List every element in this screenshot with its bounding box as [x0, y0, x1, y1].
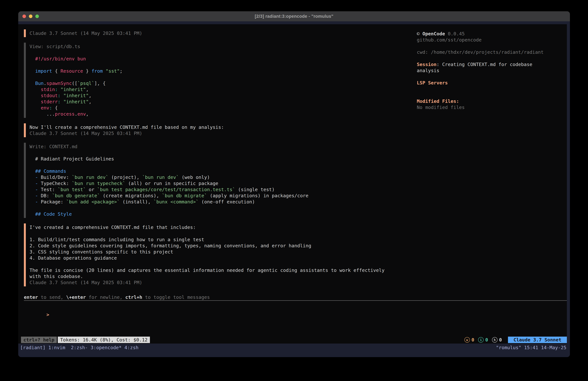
help-shortcut-badge: ctrl+? help — [21, 336, 57, 343]
prompt-symbol: > — [46, 312, 49, 317]
warnings-count: 0 — [471, 337, 474, 343]
close-button[interactable] — [22, 15, 26, 18]
prompt-row[interactable]: > — [24, 305, 49, 312]
tokens-cost-badge: Tokens: 16.4K (8%), Cost: $0.12 — [58, 336, 150, 343]
text-line: cwd: /home/thdxr/dev/projects/radiant/ra… — [417, 49, 544, 55]
text-line: Modified Files: — [417, 98, 544, 104]
text-line: - Build/Dev: `bun run dev` (project), `b… — [30, 174, 567, 180]
text-line — [30, 150, 567, 156]
info-count: 0 — [485, 337, 488, 343]
text-line — [417, 43, 544, 49]
tmux-status-bar: [radiant] 1:nvim 2:zsh- 3:opencode* 4:zs… — [18, 344, 570, 351]
model-badge: Claude 3.7 Sonnet — [508, 336, 567, 343]
text-line: Claude 3.7 Sonnet (14 May 2025 03:41 PM) — [30, 130, 567, 136]
diagnostic-info: i0 — [478, 337, 488, 343]
diagnostic-hints: h0 — [492, 337, 502, 343]
tmux-host-clock: "romulus" 15:41 14-May-25 — [496, 344, 567, 351]
text-line: ## Commands — [30, 168, 567, 174]
help-line: enter to send, \+enter for newline, ctrl… — [24, 294, 210, 300]
terminal-background: Claude 3.7 Sonnet (14 May 2025 03:41 PM)… — [18, 21, 570, 357]
text-line: Session: Creating CONTEXT.md for codebas… — [417, 61, 544, 67]
text-line: analysis — [417, 67, 544, 74]
text-line — [30, 230, 567, 237]
text-line: No modified files — [417, 104, 544, 111]
text-line: github.com/sst/opencode — [417, 37, 544, 43]
prompt-input[interactable] — [46, 318, 49, 324]
text-line: © OpenCode 0.0.45 — [417, 31, 544, 37]
assistant-message: I've created a comprehensive CONTEXT.md … — [24, 224, 567, 286]
text-line — [417, 92, 544, 98]
text-line: enter to send, \+enter for newline, ctrl… — [24, 294, 210, 300]
diagnostic-warnings: w0 — [464, 337, 474, 343]
hints-count: 0 — [499, 337, 502, 343]
text-line: - Test: `bun test` or `bun test packages… — [30, 186, 567, 193]
text-line: Now I'll create a comprehensive CONTEXT.… — [30, 124, 567, 130]
text-line: LSP Servers — [417, 80, 544, 86]
text-line — [417, 55, 544, 61]
hints-icon: h — [492, 337, 498, 343]
info-icon: i — [478, 337, 483, 343]
text-line: ## Code Style — [30, 211, 567, 217]
text-line: 1. Build/lint/test commands including ho… — [30, 237, 567, 243]
text-line — [30, 261, 567, 267]
text-line: 2. Code style guidelines covering import… — [30, 243, 567, 249]
window-title: [2/3] radiant:3:opencode - "romulus" — [255, 14, 334, 19]
diagnostics: w0i0h0 — [464, 337, 506, 343]
zoom-button[interactable] — [35, 15, 39, 18]
status-bar: ctrl+? help Tokens: 16.4K (8%), Cost: $0… — [21, 336, 567, 343]
text-line — [417, 74, 544, 80]
text-line: 3. CSS styling conventions specific to t… — [30, 249, 567, 255]
terminal-window: [2/3] radiant:3:opencode - "romulus" Cla… — [18, 11, 570, 357]
sidebar: © OpenCode 0.0.45github.com/sst/opencode… — [417, 31, 544, 111]
text-line: The file is concise (20 lines) and captu… — [30, 267, 567, 273]
text-line — [30, 162, 567, 168]
window-titlebar: [2/3] radiant:3:opencode - "romulus" — [18, 11, 570, 22]
text-line — [30, 205, 567, 211]
text-line: 4. Database operations guidance — [30, 255, 567, 261]
text-line: Claude 3.7 Sonnet (14 May 2025 03:41 PM) — [30, 279, 567, 286]
warnings-icon: w — [464, 337, 470, 343]
input-separator — [24, 300, 567, 301]
text-line: - TypeCheck: `bun run typecheck` (all) o… — [30, 180, 567, 186]
text-line — [417, 86, 544, 92]
text-line: Write: CONTEXT.md — [30, 143, 567, 150]
minimize-button[interactable] — [29, 15, 32, 18]
assistant-message: Now I'll create a comprehensive CONTEXT.… — [24, 123, 567, 137]
text-line: ...process.env, — [30, 111, 567, 117]
tmux-session-windows: [radiant] 1:nvim 2:zsh- 3:opencode* 4:zs… — [20, 344, 138, 351]
text-line: - Package: `bun add <package>` (install)… — [30, 199, 567, 205]
opencode-tui: Claude 3.7 Sonnet (14 May 2025 03:41 PM)… — [18, 24, 567, 344]
text-line: with this codebase. — [30, 273, 567, 279]
desktop: { "colors": { "accent": "#f3a57f", "mute… — [0, 0, 588, 381]
traffic-lights — [22, 11, 39, 21]
tool-message: Write: CONTEXT.md # Radiant Project Guid… — [24, 143, 567, 218]
text-line: # Radiant Project Guidelines — [30, 156, 567, 162]
text-line: I've created a comprehensive CONTEXT.md … — [30, 224, 567, 230]
text-line: - DB: `bun db generate` (create migratio… — [30, 193, 567, 199]
